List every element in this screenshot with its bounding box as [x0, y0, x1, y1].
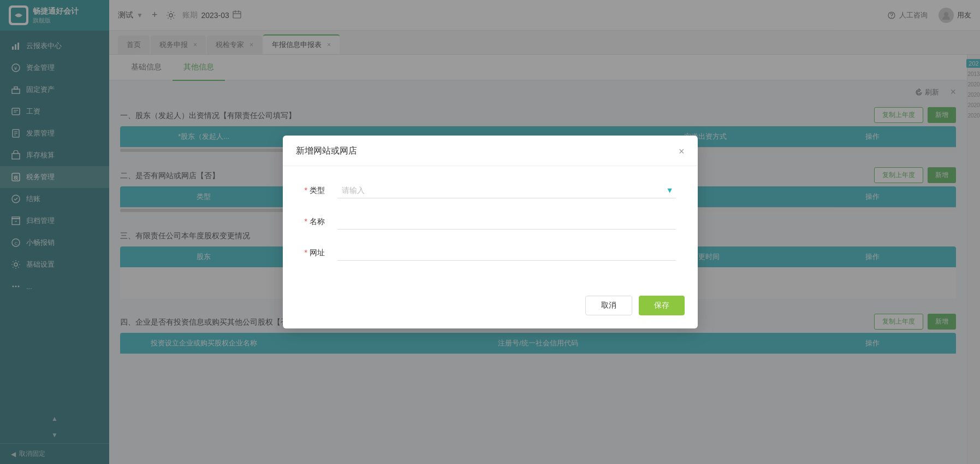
- dialog-overlay: 新增网站或网店 × * 类型 ▼ * 名称: [0, 0, 980, 464]
- type-label-text: 类型: [310, 186, 325, 195]
- dialog-header: 新增网站或网店 ×: [283, 136, 698, 166]
- dialog-body: * 类型 ▼ * 名称 * 网址: [283, 166, 698, 287]
- name-label: * 名称: [305, 217, 337, 227]
- form-row-type: * 类型 ▼: [305, 183, 676, 198]
- form-row-url: * 网址: [305, 245, 676, 261]
- url-input[interactable]: [337, 245, 676, 261]
- cancel-button[interactable]: 取消: [585, 296, 632, 315]
- name-input[interactable]: [337, 214, 676, 230]
- url-required: *: [305, 248, 307, 257]
- type-label: * 类型: [305, 186, 337, 196]
- type-dropdown-arrow[interactable]: ▼: [666, 186, 676, 195]
- add-website-dialog: 新增网站或网店 × * 类型 ▼ * 名称: [283, 136, 698, 328]
- url-label: * 网址: [305, 248, 337, 258]
- dialog-close-button[interactable]: ×: [679, 146, 685, 156]
- dialog-title: 新增网站或网店: [296, 145, 357, 157]
- save-button[interactable]: 保存: [639, 296, 685, 315]
- name-label-text: 名称: [310, 217, 325, 226]
- name-required: *: [305, 217, 307, 226]
- url-label-text: 网址: [310, 248, 325, 257]
- type-input-wrapper: ▼: [337, 183, 676, 198]
- dialog-footer: 取消 保存: [283, 287, 698, 328]
- type-required: *: [305, 186, 307, 195]
- form-row-name: * 名称: [305, 214, 676, 230]
- type-input[interactable]: [337, 183, 666, 198]
